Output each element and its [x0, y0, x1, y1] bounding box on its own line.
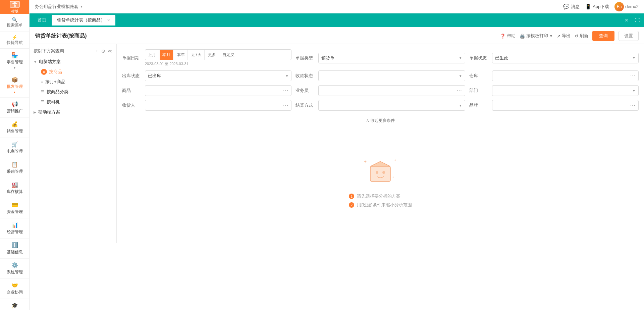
- sidebar-item-procurement[interactable]: 📋 采购管理: [0, 158, 29, 178]
- receipt-status-control[interactable]: ▼: [318, 70, 465, 81]
- tree-item-by-category[interactable]: ☰ 按商品分类: [30, 87, 116, 97]
- sidebar-item-retail[interactable]: 🏪 零售管理 ▼: [0, 49, 29, 73]
- sidebar-item-operations[interactable]: 📊 经营管理: [0, 218, 29, 239]
- left-panel-header: 按以下方案查询 ＋ ⊙ ≪: [30, 48, 116, 57]
- date-tabs: 上月 本月 本年 近7天 更多 自定义: [145, 49, 291, 60]
- month-product-icon: ≡: [41, 80, 43, 84]
- tree-item-by-product[interactable]: ● 按商品: [30, 67, 116, 77]
- tab-sales-stats[interactable]: 销货单统计表（按商品） ✕: [52, 15, 115, 25]
- filter-item-brand: 品牌 ···: [469, 100, 639, 111]
- date-tab-this-month[interactable]: 本月: [160, 50, 173, 60]
- sidebar-item-enterprise[interactable]: 🤝 企业协同: [0, 279, 29, 299]
- refresh-btn[interactable]: ↺ 刷新: [575, 33, 588, 39]
- tree-item-desktop[interactable]: ▼ 电脑端方案: [30, 57, 116, 67]
- receiver-label: 收货人: [122, 102, 142, 108]
- empty-steps: 1 请先选择要分析的方案 2 用[过滤]条件来缩小分析范围: [349, 193, 412, 211]
- warehouse-control[interactable]: ···: [492, 70, 639, 81]
- template-print-label: 按模板打印: [526, 33, 548, 39]
- company-dropdown-icon: ▼: [80, 5, 83, 8]
- date-tab-last-month[interactable]: 上月: [145, 50, 159, 60]
- settings-button[interactable]: 设置: [619, 31, 639, 41]
- app-download-btn[interactable]: 📱 App下载: [585, 4, 609, 10]
- filter-item-department: 部门 ▼: [469, 85, 639, 96]
- system-icon: ⚙️: [11, 262, 18, 268]
- retail-icon: 🏪: [11, 52, 18, 58]
- doc-status-control[interactable]: 已生效 ▼: [492, 53, 639, 63]
- filter-item-salesperson: 业务员 ···: [296, 85, 465, 96]
- newbie-icon: 🎓: [11, 302, 18, 309]
- sidebar-item-wholesale[interactable]: 📦 批发管理 ▲: [0, 73, 29, 98]
- tab-close-icon[interactable]: ✕: [107, 18, 110, 22]
- message-btn[interactable]: 💬 消息: [563, 4, 580, 10]
- finance-icon: 💳: [11, 202, 18, 208]
- sidebar-item-inventory[interactable]: 🏭 库存核算: [0, 178, 29, 198]
- search-menu[interactable]: 🔍 搜索菜单: [0, 14, 29, 32]
- user-profile[interactable]: Ea demo2: [614, 2, 639, 11]
- sidebar-item-marketing[interactable]: 📢 营销推广: [0, 98, 29, 118]
- company-name: 办公用品行业模拟账套: [35, 4, 78, 10]
- query-button[interactable]: 查询: [592, 31, 614, 41]
- date-filter-wrapper: 上月 本月 本年 近7天 更多 自定义 2023-03-01 至 2023-03…: [145, 49, 291, 66]
- message-icon: 💬: [563, 4, 570, 10]
- svg-text:✦: ✦: [394, 158, 396, 162]
- date-tab-7days[interactable]: 近7天: [189, 50, 205, 60]
- help-btn[interactable]: ❓ 帮助: [500, 33, 516, 39]
- collapse-bar[interactable]: ∧ 收起更多条件: [122, 115, 639, 126]
- sidebar-item-system[interactable]: ⚙️ 系统管理: [0, 259, 29, 279]
- salesperson-control[interactable]: ···: [318, 85, 465, 96]
- marketing-label: 营销推广: [7, 108, 23, 114]
- date-tab-more[interactable]: 更多: [205, 50, 219, 60]
- date-tab-this-year[interactable]: 本年: [174, 50, 188, 60]
- company-selector[interactable]: 办公用品行业模拟账套 ▼: [35, 4, 83, 10]
- tree-arrow-desktop: ▼: [34, 60, 37, 64]
- export-btn[interactable]: ↗ 导出: [557, 33, 571, 39]
- operations-label: 经营管理: [7, 229, 23, 235]
- sidebar-item-finance[interactable]: 💳 资金管理: [0, 198, 29, 218]
- filter-item-doc-type: 单据类型 销货单 ▼: [296, 53, 465, 63]
- receiver-control[interactable]: ···: [145, 100, 291, 111]
- add-scheme-icon[interactable]: ＋: [95, 48, 99, 54]
- system-label: 系统管理: [7, 269, 23, 275]
- date-tab-custom[interactable]: 自定义: [220, 50, 237, 60]
- sidebar-item-ecommerce[interactable]: 🛒 电商管理: [0, 138, 29, 158]
- edit-scheme-icon[interactable]: ⊙: [101, 48, 105, 54]
- receiver-dots: ···: [283, 102, 288, 108]
- category-icon: ☰: [41, 90, 45, 94]
- quick-nav[interactable]: ⚡ 快捷导航: [0, 32, 29, 49]
- operations-icon: 📊: [11, 222, 18, 228]
- brand-control[interactable]: ···: [492, 100, 639, 111]
- tree-item-by-cashier[interactable]: ☰ 按司机: [30, 97, 116, 107]
- brand-dots: ···: [630, 102, 636, 108]
- out-status-control[interactable]: 已出库 ▼: [145, 70, 291, 81]
- top-header: 办公用品行业模拟账套 ▼ 💬 消息 📱 App下载 Ea demo2: [30, 0, 644, 13]
- date-label: 单据日期: [122, 55, 142, 61]
- template-print-btn[interactable]: 🖨️ 按模板打印 ▼: [520, 33, 553, 39]
- tree-item-mobile[interactable]: ▶ 移动端方案: [30, 107, 116, 117]
- settlement-control[interactable]: ▼: [318, 100, 465, 111]
- avatar-initial: Ea: [617, 4, 622, 9]
- export-label: 导出: [562, 33, 571, 39]
- svg-point-3: [376, 171, 378, 174]
- tab-home-label: 首页: [38, 17, 46, 23]
- sidebar-item-sales[interactable]: 💰 销售管理: [0, 118, 29, 138]
- refresh-icon: ↺: [575, 34, 578, 39]
- department-control[interactable]: ▼: [492, 85, 639, 96]
- collapse-panel-icon[interactable]: ≪: [107, 48, 112, 54]
- warehouse-label: 仓库: [469, 73, 489, 79]
- goods-control[interactable]: ···: [145, 85, 291, 96]
- tab-close-window-btn[interactable]: ✕: [623, 16, 631, 24]
- tree-label-mobile: 移动端方案: [38, 109, 60, 115]
- doc-type-control[interactable]: 销货单 ▼: [318, 53, 465, 63]
- tree-label-by-month-product: 按月+商品: [45, 79, 65, 85]
- sidebar-item-newbie[interactable]: 🎓 新手引导: [0, 299, 29, 310]
- svg-point-4: [382, 171, 385, 174]
- filter-item-settlement: 结算方式 ▼: [296, 100, 465, 111]
- header-left: 办公用品行业模拟账套 ▼: [35, 4, 83, 10]
- settlement-arrow: ▼: [459, 104, 462, 107]
- app-logo[interactable]: 标版: [0, 0, 30, 14]
- tree-item-by-month-product[interactable]: ≡ 按月+商品: [30, 77, 116, 87]
- sidebar-item-basic[interactable]: ℹ️ 基础信息: [0, 239, 29, 259]
- tab-maximize-btn[interactable]: ⛶: [633, 16, 641, 24]
- tab-home[interactable]: 首页: [32, 15, 52, 25]
- help-label: 帮助: [507, 33, 516, 39]
